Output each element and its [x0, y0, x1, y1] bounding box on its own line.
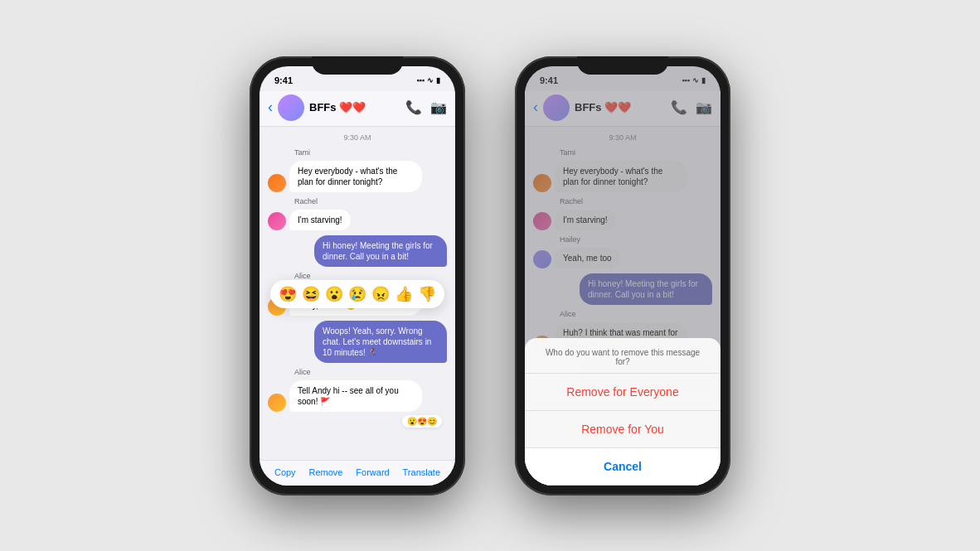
bubble-sent1-left: Hi honey! Meeting the girls for dinner. …: [314, 235, 447, 267]
signal-icon-left: ▪▪▪: [416, 76, 425, 85]
remove-for-you-button[interactable]: Remove for You: [525, 411, 720, 448]
avatar-tami-left: [268, 174, 286, 192]
emoji-love[interactable]: 😍: [279, 285, 297, 303]
back-button-left[interactable]: ‹: [268, 99, 273, 116]
msg-row-sent2-left: Woops! Yeah, sorry. Wrong chat. Let's me…: [268, 321, 447, 363]
bubble-sent2-left: Woops! Yeah, sorry. Wrong chat. Let's me…: [314, 321, 447, 363]
bubble-alice2-left: Tell Andy hi -- see all of you soon! 🚩: [289, 380, 422, 412]
copy-button[interactable]: Copy: [274, 467, 296, 477]
msg-row-alice2-left: Tell Andy hi -- see all of you soon! 🚩: [268, 380, 447, 412]
remove-button[interactable]: Remove: [309, 467, 343, 477]
cancel-button[interactable]: Cancel: [525, 448, 720, 486]
action-bar-left: Copy Remove Forward Translate: [260, 460, 455, 486]
emoji-sad[interactable]: 😢: [348, 285, 366, 303]
msg-row-tami-left: Hey everybody - what's the plan for dinn…: [268, 161, 447, 192]
bubble-tami-left: Hey everybody - what's the plan for dinn…: [289, 161, 422, 192]
msg-row-sent1-left: Hi honey! Meeting the girls for dinner. …: [268, 235, 447, 267]
reactions-bubble-left: 😮😍😊: [402, 415, 442, 428]
emoji-reaction-bar[interactable]: 😍 😆 😮 😢 😠 👍 👎: [270, 280, 444, 308]
notch-left: [312, 56, 403, 75]
sender-alice1-left: Alice: [268, 272, 447, 280]
phone-inner-left: 9:41 ▪▪▪ ∿ ▮ ‹ BFFs ❤️❤️ 📞 📷 9:30 A: [260, 66, 455, 486]
nav-avatar-left: [278, 94, 304, 121]
chat-area-left: 9:30 AM Tami Hey everybody - what's the …: [260, 127, 455, 460]
wifi-icon-left: ∿: [427, 76, 434, 85]
phones-container: 9:41 ▪▪▪ ∿ ▮ ‹ BFFs ❤️❤️ 📞 📷 9:30 A: [250, 56, 730, 495]
phone-inner-right: 9:41 ▪▪▪ ∿ ▮ ‹ BFFs ❤️❤️ 📞 📷 9:30 A: [525, 66, 720, 486]
translate-button[interactable]: Translate: [403, 467, 440, 477]
emoji-laugh[interactable]: 😆: [302, 285, 320, 303]
battery-icon-left: ▮: [436, 76, 440, 85]
emoji-thumbsup[interactable]: 👍: [395, 285, 413, 303]
status-time-left: 9:41: [274, 75, 293, 85]
msg-row-rachel-left: I'm starving!: [268, 210, 447, 230]
avatar-alice2-left: [268, 394, 286, 412]
notch-right: [577, 56, 668, 75]
sender-alice2-left: Alice: [268, 368, 447, 376]
emoji-angry[interactable]: 😠: [371, 285, 390, 303]
video-icon-left[interactable]: 📷: [430, 99, 447, 115]
emoji-thumbsdown[interactable]: 👎: [418, 285, 436, 303]
forward-button[interactable]: Forward: [356, 467, 389, 477]
sender-rachel-left: Rachel: [268, 197, 447, 205]
phone-icon-left[interactable]: 📞: [405, 99, 422, 115]
reactions-row-left: 😮😍😊: [268, 415, 447, 428]
dialog-sheet: Who do you want to remove this message f…: [525, 338, 720, 486]
time-label-left: 9:30 AM: [268, 133, 447, 142]
dialog-question: Who do you want to remove this message f…: [525, 338, 720, 374]
phone-left: 9:41 ▪▪▪ ∿ ▮ ‹ BFFs ❤️❤️ 📞 📷 9:30 A: [250, 56, 465, 495]
nav-title-left: BFFs ❤️❤️: [309, 101, 405, 114]
nav-bar-left: ‹ BFFs ❤️❤️ 📞 📷: [260, 91, 455, 127]
sender-tami-left: Tami: [268, 148, 447, 157]
avatar-rachel-left: [268, 212, 286, 230]
emoji-wow[interactable]: 😮: [325, 285, 343, 303]
dialog-overlay: Who do you want to remove this message f…: [525, 66, 720, 486]
status-icons-left: ▪▪▪ ∿ ▮: [416, 76, 440, 85]
phone-right: 9:41 ▪▪▪ ∿ ▮ ‹ BFFs ❤️❤️ 📞 📷 9:30 A: [515, 56, 730, 495]
nav-actions-left: 📞 📷: [405, 99, 447, 115]
remove-everyone-button[interactable]: Remove for Everyone: [525, 374, 720, 411]
bubble-rachel-left: I'm starving!: [289, 210, 351, 230]
